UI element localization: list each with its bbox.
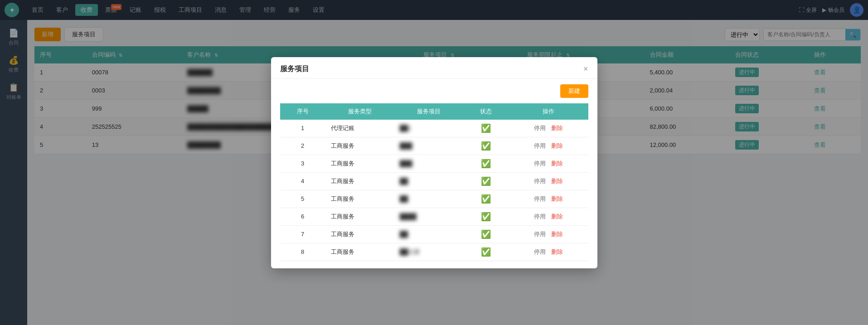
modal-cell-id: 2	[280, 137, 325, 155]
modal-col-header-3: 状态	[463, 103, 509, 120]
modal-table-row: 2 工商服务 ███ ✅ 停用 删除	[280, 137, 588, 155]
modal-cell-status: ✅	[463, 172, 509, 190]
service-items-table: 序号服务类型服务项目状态操作 1 代理记账 ██1 ✅ 停用 删除 2 工商服务…	[280, 103, 588, 261]
modal-cell-id: 1	[280, 120, 325, 137]
delete-button[interactable]: 删除	[551, 213, 563, 220]
delete-button[interactable]: 删除	[551, 178, 563, 184]
modal-col-header-1: 服务类型	[325, 103, 394, 120]
modal-header: 服务项目 ×	[271, 57, 597, 79]
status-check-icon: ✅	[481, 141, 491, 150]
stop-button[interactable]: 停用	[534, 248, 546, 255]
modal-cell-type: 工商服务	[325, 172, 394, 190]
modal-table-row: 6 工商服务 ████ ✅ 停用 删除	[280, 208, 588, 225]
modal-cell-item: ██1	[394, 120, 463, 137]
stop-button[interactable]: 停用	[534, 125, 546, 131]
modal-col-header-2: 服务项目	[394, 103, 463, 120]
modal-new-button[interactable]: 新建	[560, 84, 588, 98]
stop-button[interactable]: 停用	[534, 160, 546, 167]
status-check-icon: ✅	[481, 194, 491, 204]
service-modal: 服务项目 × 新建 序号服务类型服务项目状态操作 1 代理记账 ██1 ✅ 停用…	[271, 57, 597, 268]
modal-cell-id: 3	[280, 155, 325, 172]
modal-table-row: 1 代理记账 ██1 ✅ 停用 删除	[280, 120, 588, 137]
modal-cell-action[interactable]: 停用 删除	[509, 190, 588, 208]
modal-cell-type: 工商服务	[325, 225, 394, 243]
modal-cell-status: ✅	[463, 208, 509, 225]
modal-cell-status: ✅	[463, 137, 509, 155]
modal-cell-type: 代理记账	[325, 120, 394, 137]
modal-table-row: 5 工商服务 ██ ✅ 停用 删除	[280, 190, 588, 208]
stop-button[interactable]: 停用	[534, 142, 546, 149]
modal-cell-id: 8	[280, 243, 325, 261]
stop-button[interactable]: 停用	[534, 195, 546, 202]
delete-button[interactable]: 删除	[551, 195, 563, 202]
modal-cell-item: ████	[394, 208, 463, 225]
delete-button[interactable]: 删除	[551, 248, 563, 255]
stop-button[interactable]: 停用	[534, 178, 546, 184]
modal-cell-id: 5	[280, 190, 325, 208]
modal-table-row: 7 工商服务 ██ ✅ 停用 删除	[280, 225, 588, 243]
modal-cell-action[interactable]: 停用 删除	[509, 155, 588, 172]
delete-button[interactable]: 删除	[551, 160, 563, 167]
modal-cell-action[interactable]: 停用 删除	[509, 208, 588, 225]
modal-table-row: 3 工商服务 ███ ✅ 停用 删除	[280, 155, 588, 172]
modal-table-row: 8 工商服务 ██注册 ✅ 停用 删除	[280, 243, 588, 261]
modal-toolbar: 新建	[271, 79, 597, 103]
modal-cell-item: ██	[394, 225, 463, 243]
modal-cell-action[interactable]: 停用 删除	[509, 225, 588, 243]
modal-cell-status: ✅	[463, 120, 509, 137]
modal-body: 序号服务类型服务项目状态操作 1 代理记账 ██1 ✅ 停用 删除 2 工商服务…	[271, 103, 597, 268]
modal-cell-type: 工商服务	[325, 137, 394, 155]
modal-cell-type: 工商服务	[325, 243, 394, 261]
modal-cell-item: ███	[394, 155, 463, 172]
modal-cell-action[interactable]: 停用 删除	[509, 137, 588, 155]
modal-cell-item: ██	[394, 190, 463, 208]
status-check-icon: ✅	[481, 230, 491, 239]
status-check-icon: ✅	[481, 247, 491, 257]
modal-col-header-4: 操作	[509, 103, 588, 120]
status-check-icon: ✅	[481, 124, 491, 133]
stop-button[interactable]: 停用	[534, 213, 546, 220]
modal-cell-item: ███	[394, 137, 463, 155]
modal-cell-status: ✅	[463, 243, 509, 261]
modal-cell-action[interactable]: 停用 删除	[509, 120, 588, 137]
delete-button[interactable]: 删除	[551, 142, 563, 149]
modal-cell-status: ✅	[463, 190, 509, 208]
modal-cell-item: ██	[394, 172, 463, 190]
status-check-icon: ✅	[481, 177, 491, 186]
modal-cell-action[interactable]: 停用 删除	[509, 243, 588, 261]
modal-close-button[interactable]: ×	[583, 65, 588, 73]
modal-cell-status: ✅	[463, 225, 509, 243]
modal-cell-item: ██注册	[394, 243, 463, 261]
modal-cell-status: ✅	[463, 155, 509, 172]
modal-cell-id: 6	[280, 208, 325, 225]
modal-cell-id: 4	[280, 172, 325, 190]
modal-overlay[interactable]: 服务项目 × 新建 序号服务类型服务项目状态操作 1 代理记账 ██1 ✅ 停用…	[0, 0, 868, 325]
status-check-icon: ✅	[481, 159, 491, 168]
modal-cell-action[interactable]: 停用 删除	[509, 172, 588, 190]
modal-cell-type: 工商服务	[325, 155, 394, 172]
modal-title: 服务项目	[280, 64, 309, 74]
modal-col-header-0: 序号	[280, 103, 325, 120]
modal-cell-id: 7	[280, 225, 325, 243]
delete-button[interactable]: 删除	[551, 231, 563, 238]
modal-cell-type: 工商服务	[325, 190, 394, 208]
modal-cell-type: 工商服务	[325, 208, 394, 225]
status-check-icon: ✅	[481, 212, 491, 221]
delete-button[interactable]: 删除	[551, 125, 563, 131]
stop-button[interactable]: 停用	[534, 231, 546, 238]
modal-table-row: 4 工商服务 ██ ✅ 停用 删除	[280, 172, 588, 190]
